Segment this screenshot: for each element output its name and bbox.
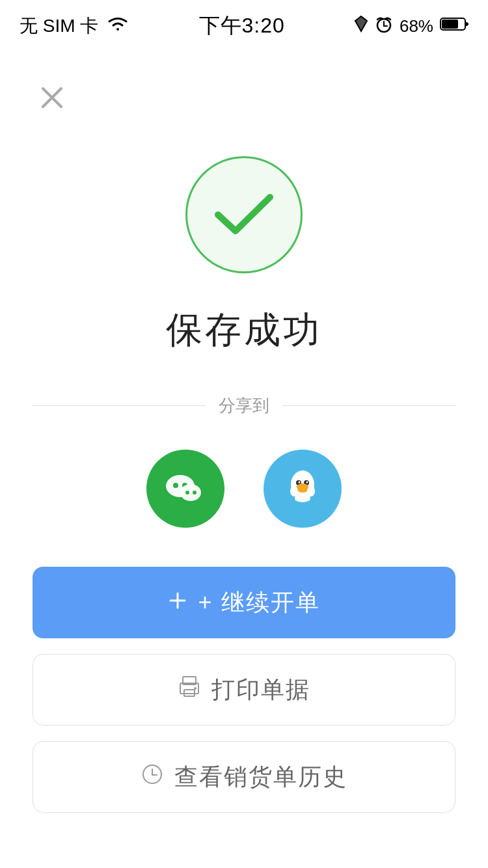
time-display: 下午3:20 <box>199 12 285 40</box>
svg-point-13 <box>299 481 301 483</box>
svg-point-14 <box>306 481 308 483</box>
continue-icon <box>168 589 187 616</box>
status-right: 68% <box>354 15 468 38</box>
location-icon <box>354 16 368 37</box>
share-divider: 分享到 <box>33 394 455 417</box>
print-label: 打印单据 <box>211 674 310 706</box>
status-bar: 无 SIM 卡 下午3:20 68% <box>0 0 488 52</box>
carrier-text: 无 SIM 卡 <box>20 14 98 38</box>
continue-button[interactable]: + 继续开单 <box>33 567 455 638</box>
battery-text: 68% <box>400 16 433 36</box>
svg-point-8 <box>185 491 189 495</box>
svg-point-17 <box>307 486 315 496</box>
qq-share-button[interactable] <box>264 450 342 528</box>
share-label: 分享到 <box>219 394 269 417</box>
close-button[interactable] <box>33 78 72 117</box>
continue-label: + 继续开单 <box>198 587 319 619</box>
main-content: 保存成功 分享到 <box>0 52 488 813</box>
svg-point-15 <box>296 483 309 493</box>
print-icon <box>178 675 201 705</box>
wifi-icon <box>106 15 129 38</box>
share-icons <box>146 450 342 528</box>
divider-line-left <box>33 405 206 406</box>
alarm-icon <box>375 15 393 38</box>
svg-point-7 <box>180 484 201 501</box>
success-circle <box>185 156 303 273</box>
history-label: 查看销货单历史 <box>174 761 347 793</box>
print-button[interactable]: 打印单据 <box>33 654 455 726</box>
svg-point-5 <box>173 483 178 488</box>
status-left: 无 SIM 卡 <box>20 14 129 38</box>
history-button[interactable]: 查看销货单历史 <box>33 741 455 813</box>
svg-point-16 <box>290 486 298 496</box>
success-title: 保存成功 <box>166 306 322 355</box>
divider-line-right <box>282 405 455 406</box>
svg-point-9 <box>193 491 197 495</box>
history-icon <box>141 763 164 792</box>
wechat-share-button[interactable] <box>146 450 224 528</box>
svg-point-22 <box>194 687 197 690</box>
success-section: 保存成功 <box>33 156 455 355</box>
share-section: 分享到 <box>33 394 455 528</box>
svg-marker-0 <box>355 16 367 31</box>
battery-icon <box>440 16 468 36</box>
action-buttons: + 继续开单 打印单据 查看销货单历史 <box>33 567 455 813</box>
svg-rect-3 <box>442 20 458 29</box>
